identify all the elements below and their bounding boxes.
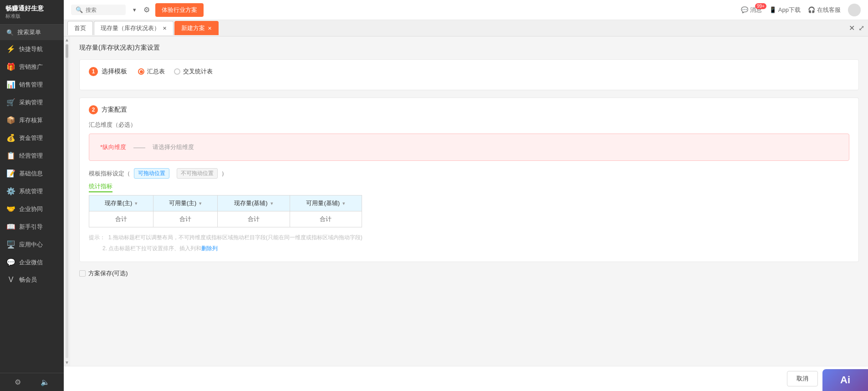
sidebar-item-marketing[interactable]: 🎁 营销推广 (0, 58, 64, 76)
template-radio-group: 汇总表 交叉统计表 (138, 67, 213, 76)
sidebar-logo: 畅赚通好生意 标准版 (0, 0, 64, 25)
topbar-right: 💬 消息 99+ 📱 App下载 🎧 在线客服 (741, 4, 861, 16)
service-label: 在线客服 (817, 6, 841, 14)
page-title: 现存量(库存状况表)方案设置 (79, 44, 859, 52)
sidebar-item-search[interactable]: 🔍 搜索菜单 (0, 25, 64, 40)
guide-icon: 📖 (6, 222, 15, 231)
topbar-gear-icon[interactable]: ⚙ (143, 5, 150, 14)
sidebar-item-vip[interactable]: V 畅会员 (0, 271, 64, 288)
message-btn[interactable]: 💬 消息 99+ (741, 6, 762, 14)
settings-icon[interactable]: ⚙ (15, 378, 21, 386)
sidebar-item-guide[interactable]: 📖 新手引导 (0, 218, 64, 236)
dimension-dash: —— (133, 144, 145, 151)
col-header-3[interactable]: 可用量(基辅) ▾ (290, 196, 362, 211)
message-icon: 💬 (741, 6, 748, 13)
save-row: 方案保存(可选) (79, 269, 859, 278)
sidebar-item-apps[interactable]: 🖥️ 应用中心 (0, 236, 64, 253)
content-area: 现存量(库存状况表)方案设置 1 选择模板 汇总表 交叉统计表 (70, 36, 868, 366)
col-header-2[interactable]: 现存量(基辅) ▾ (218, 196, 290, 211)
tab-home-label: 首页 (74, 24, 86, 32)
col-chevron-3[interactable]: ▾ (342, 201, 345, 206)
sidebar-item-finance[interactable]: 💰 资金管理 (0, 129, 64, 147)
sidebar-item-label: 营销推广 (19, 63, 43, 71)
service-btn[interactable]: 🎧 在线客服 (808, 6, 841, 14)
topbar-search-box[interactable]: 🔍 (71, 5, 126, 15)
save-checkbox[interactable] (79, 270, 86, 277)
dimension-box[interactable]: *纵向维度 —— 请选择分组维度 (89, 134, 849, 161)
user-avatar[interactable] (848, 4, 861, 16)
tab-inventory-close[interactable]: ✕ (163, 26, 167, 31)
tab-home[interactable]: 首页 (67, 21, 93, 35)
topbar-dropdown[interactable]: ▾ (131, 6, 136, 13)
radio-summary-circle (138, 68, 144, 75)
system-icon: ⚙️ (6, 187, 15, 196)
headset-icon: 🎧 (808, 6, 815, 13)
wechat-icon: 💬 (6, 258, 15, 267)
col-label-0: 现存量(主) (105, 199, 133, 207)
cell-0-3: 合计 (290, 211, 362, 227)
col-chevron-1[interactable]: ▾ (199, 201, 202, 206)
tips-section: 提示： 1.拖动标题栏可以调整布局，不可跨维度或指标区域拖动栏目字段(只能在同一… (89, 233, 849, 253)
coop-icon: 🤝 (6, 205, 15, 213)
step2-card: 2 方案配置 汇总维度（必选） *纵向维度 —— 请选择分组维度 模板指标设定（… (79, 98, 859, 262)
cell-0-0: 合计 (89, 211, 153, 227)
phone-icon: 📱 (769, 6, 776, 13)
save-label: 方案保存(可选) (88, 269, 128, 278)
sidebar-item-sales[interactable]: 📊 销售管理 (0, 76, 64, 93)
col-chevron-2[interactable]: ▾ (271, 201, 273, 206)
marketing-icon: 🎁 (6, 62, 15, 71)
sidebar-item-label: 采购管理 (19, 98, 43, 107)
col-label-1: 可用量(主) (169, 199, 197, 207)
tab-new-scheme-close[interactable]: ✕ (208, 26, 212, 31)
dimension-placeholder: 请选择分组维度 (153, 143, 194, 151)
sidebar-item-business[interactable]: 📋 经营管理 (0, 147, 64, 165)
basic-icon: 📝 (6, 169, 15, 178)
app-version: 标准版 (5, 13, 58, 20)
radio-cross[interactable]: 交叉统计表 (174, 67, 213, 76)
radio-cross-label: 交叉统计表 (183, 67, 213, 76)
tab-new-scheme-label: 新建方案 (181, 24, 205, 32)
sidebar-item-basic[interactable]: 📝 基础信息 (0, 165, 64, 182)
step1-num: 1 (89, 67, 98, 76)
tip-1: 提示： 1.拖动标题栏可以调整布局，不可跨维度或指标区域拖动栏目字段(只能在同一… (89, 233, 849, 243)
scroll-down[interactable]: ▼ (65, 360, 69, 365)
industry-btn[interactable]: 体验行业方案 (155, 3, 204, 17)
ai-label: Ai (840, 374, 850, 386)
tab-new-scheme[interactable]: 新建方案 ✕ (174, 21, 219, 35)
tab-inventory[interactable]: 现存量（库存状况表） ✕ (94, 21, 174, 35)
sidebar-item-label: 系统管理 (19, 187, 43, 196)
topbar-search-input[interactable] (86, 7, 122, 13)
sidebar-item-nav[interactable]: ⚡ 快捷导航 (0, 40, 64, 58)
sidebar-item-coop[interactable]: 🤝 企业协同 (0, 200, 64, 218)
cell-0-2: 合计 (218, 211, 290, 227)
app-download-btn[interactable]: 📱 App下载 (769, 6, 801, 14)
sidebar-item-label: 销售管理 (19, 81, 43, 89)
sidebar-item-system[interactable]: ⚙️ 系统管理 (0, 182, 64, 200)
step2-title: 方案配置 (102, 106, 127, 114)
sidebar-item-label: 企业协同 (19, 205, 43, 213)
sidebar-item-wechat[interactable]: 💬 企业微信 (0, 253, 64, 271)
scroll-up[interactable]: ▲ (65, 37, 69, 42)
nav-icon: ⚡ (6, 45, 15, 53)
ai-widget[interactable]: Ai (822, 369, 868, 391)
sidebar-item-inventory[interactable]: 📦 库存核算 (0, 111, 64, 129)
tab-expand-icon[interactable]: ⤢ (858, 24, 864, 32)
table-row: 合计 合计 合计 合计 (89, 211, 362, 227)
radio-summary[interactable]: 汇总表 (138, 67, 165, 76)
tab-close-icon[interactable]: ✕ (849, 24, 855, 32)
business-icon: 📋 (6, 151, 15, 160)
dimension-required: *纵向维度 (100, 143, 126, 151)
col-chevron-0[interactable]: ▾ (135, 201, 138, 206)
speaker-icon[interactable]: 🔈 (41, 378, 50, 386)
sidebar-item-purchase[interactable]: 🛒 采购管理 (0, 93, 64, 111)
radio-cross-circle (174, 68, 180, 75)
col-header-1[interactable]: 可用量(主) ▾ (153, 196, 218, 211)
app-name: 畅赚通好生意 (5, 5, 58, 13)
tabbar-controls: ✕ ⤢ (849, 24, 864, 32)
sidebar-item-label: 搜索菜单 (17, 28, 41, 36)
col-header-0[interactable]: 现存量(主) ▾ (89, 196, 153, 211)
app-label: App下载 (778, 6, 801, 14)
sidebar-item-label: 畅会员 (19, 276, 37, 284)
sidebar-item-label: 经营管理 (19, 152, 43, 160)
cancel-button[interactable]: 取消 (787, 371, 818, 386)
